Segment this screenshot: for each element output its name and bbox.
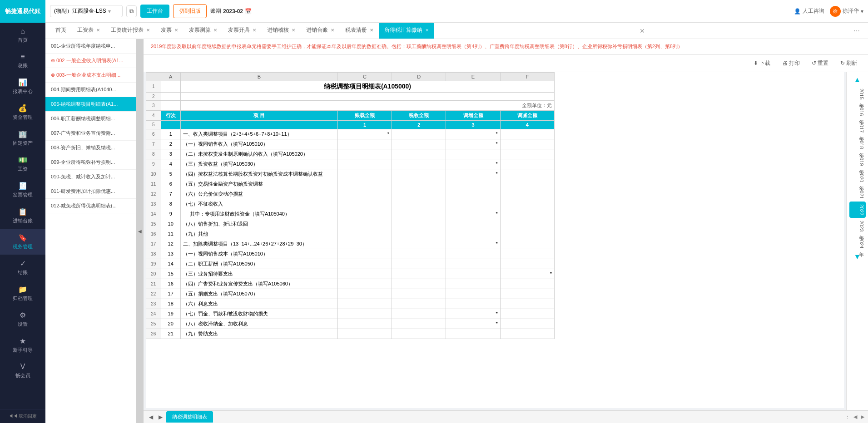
sidebar-item-member[interactable]: V 畅会员 (0, 358, 45, 384)
table-row: 25 20 （八）税收滞纳金、加收利息 * (146, 319, 555, 329)
refresh-button[interactable]: ↻ 刷新 (837, 58, 861, 69)
sidebar-item-home[interactable]: ⌂ 首页 (0, 23, 45, 48)
workbench-button[interactable]: 工作台 (140, 5, 169, 18)
tab-purchase-sales-check[interactable]: 进销稽核 ✕ (262, 23, 301, 39)
table-row: 5 1 2 3 4 (146, 120, 555, 129)
year-down-button[interactable]: ▼ (852, 251, 863, 263)
left-panel-item-010[interactable]: 010-免税、减计收入及加计... (45, 170, 136, 184)
year-2019[interactable]: 2019年 (849, 152, 866, 168)
year-2021[interactable]: 2021年 (849, 185, 866, 202)
table-row: 6 1 一、收入类调整项目（2+3+4+5+6+7+8+10+11） * * (146, 129, 555, 139)
sidebar-item-sales-ledger[interactable]: 📋 进销台账 (0, 203, 45, 229)
app-logo: 畅捷通易代账 (0, 0, 45, 23)
table-row: 21 16 （四）广告费和业务宣传费支出（填写A105060） (146, 279, 555, 289)
table-row: 10 5 （四）按权益法核算长期股权投资对初始投资成本调整确认收益 * (146, 169, 555, 179)
tab-payroll-stats[interactable]: 工资统计报表 ✕ (105, 23, 155, 39)
sheet-nav-left[interactable]: ◀ (147, 413, 155, 421)
left-panel-item-006[interactable]: 006-职工薪酬纳税调整明细... (45, 112, 136, 126)
year-up-button[interactable]: ▲ (852, 74, 863, 86)
left-panel-item-007[interactable]: 007-广告费和业务宣传费附... (45, 126, 136, 141)
pin-sidebar-button[interactable]: ◀◀ 取消固定 (0, 409, 45, 423)
company-selector[interactable]: (物副）江西股金-LSS ▾ (50, 5, 123, 17)
table-row: 3 全额单位：元 (146, 100, 555, 110)
year-2020[interactable]: 2020年 (849, 168, 866, 185)
tab-home[interactable]: 首页 (50, 23, 72, 39)
tab-invoice[interactable]: 发票 ✕ (155, 23, 184, 39)
tab-close-ps-check[interactable]: ✕ (292, 28, 295, 33)
tab-close-invoice[interactable]: ✕ (174, 28, 178, 33)
print-icon: 🖨 (782, 60, 788, 66)
left-panel-item-008[interactable]: 008-资产折旧、摊销及纳税... (45, 141, 136, 155)
table-row: 2 (146, 92, 555, 100)
col-header-e: E (446, 72, 500, 81)
tab-close-payroll-stats[interactable]: ✕ (146, 28, 150, 33)
table-title: 纳税调整项目明细表(A105000) (180, 81, 554, 92)
table-scroll[interactable]: A B C D E F 1 (146, 72, 844, 408)
left-panel-item-004[interactable]: 004-期间费用明细表(A1040... (45, 83, 136, 97)
warning-bar: 2019年度涉及取以前年度继续数据的申报表单元格需要手工维护正确，才能保证本年及… (144, 39, 868, 55)
sales-ledger-icon: 📋 (18, 207, 27, 216)
sidebar-item-guide[interactable]: ★ 新手引导 (0, 332, 45, 358)
period-label: 账期 2023-02 📅 (210, 7, 252, 15)
tabs-overflow-button[interactable]: ⋯ (850, 25, 863, 36)
tab-payroll[interactable]: 工资表 ✕ (72, 23, 105, 39)
sidebar-item-assets[interactable]: 🏢 固定资产 (0, 125, 45, 151)
sidebar-item-settings[interactable]: ⚙ 设置 (0, 306, 45, 332)
tab-tax-list[interactable]: 税表清册 ✕ (340, 23, 379, 39)
topbar: (物副）江西股金-LSS ▾ ⧉ 工作台 切到旧版 账期 2023-02 📅 👤… (45, 0, 868, 23)
sidebar-item-tax[interactable]: 🔖 税务管理 (0, 229, 45, 255)
reset-icon: ↺ (812, 60, 816, 66)
sidebar-item-close[interactable]: ✓ 结账 (0, 255, 45, 280)
tab-close-income-tax[interactable]: ✕ (425, 28, 429, 33)
close-all-tabs-button[interactable]: ✕ (636, 25, 649, 36)
support-button[interactable]: 👤 人工咨询 (794, 7, 824, 15)
year-2016[interactable]: 2016年 (849, 102, 866, 118)
col-header-b: B (180, 72, 337, 81)
tab-close-invoice-issue[interactable]: ✕ (253, 28, 256, 33)
reset-button[interactable]: ↺ 重置 (808, 58, 832, 69)
year-2015[interactable]: 2015年 (849, 86, 866, 102)
sidebar-item-archive[interactable]: 📁 归档管理 (0, 280, 45, 306)
left-panel-item-003[interactable]: 003-一般企业成本支出明细... (45, 68, 136, 83)
tab-close-ps-ledger[interactable]: ✕ (331, 28, 334, 33)
tab-invoice-calc[interactable]: 发票测算 ✕ (184, 23, 223, 39)
download-button[interactable]: ⬇ 下载 (750, 58, 774, 69)
year-2024[interactable]: 2024年 (849, 235, 866, 251)
year-2022[interactable]: 2022年 (849, 202, 866, 218)
year-2017[interactable]: 2017年 (849, 119, 866, 135)
left-panel-item-009[interactable]: 009-企业所得税弥补亏损明... (45, 155, 136, 170)
table-row: 9 4 （三）投资收益（填写A105030） * (146, 159, 555, 169)
tab-purchase-sales-ledger[interactable]: 进销台账 ✕ (301, 23, 340, 39)
table-row: 7 2 （一）视同销售收入（填写A105010） * (146, 139, 555, 149)
tab-close-tax-list[interactable]: ✕ (370, 28, 373, 33)
old-version-button[interactable]: 切到旧版 (173, 4, 207, 18)
year-2023[interactable]: 2023年 (849, 218, 866, 234)
left-panel-item-011[interactable]: 011-研发费用加计扣除优惠... (45, 184, 136, 199)
table-area: A B C D E F 1 (144, 72, 868, 410)
sidebar-item-finance[interactable]: 💰 资金管理 (0, 99, 45, 125)
left-panel-item-001[interactable]: 001-企业所得税年度纳税申... (45, 39, 136, 54)
period-edit-icon[interactable]: 📅 (245, 8, 252, 15)
collapse-panel-button[interactable]: ◀ (136, 39, 144, 423)
tab-income-tax[interactable]: 所得税汇算缴纳 ✕ (379, 23, 434, 39)
sidebar-item-payroll[interactable]: 💵 工资 (0, 151, 45, 177)
year-2018[interactable]: 2018年 (849, 135, 866, 152)
sidebar-item-ledger[interactable]: ≡ 总账 (0, 48, 45, 74)
topbar-right: 👤 人工咨询 徐 徐泽华 ▾ (794, 6, 863, 17)
sidebar-item-invoice[interactable]: 🧾 发票管理 (0, 177, 45, 203)
sheet-tab-adjustment[interactable]: 纳税调整明细表 (166, 411, 213, 423)
tab-invoice-issue[interactable]: 发票开具 ✕ (223, 23, 262, 39)
table-row: 23 18 （六）利息支出 (146, 299, 555, 309)
left-panel-item-005[interactable]: 005-纳税调整项目明细表(A1... (45, 97, 136, 112)
avatar-icon: 徐 (830, 6, 841, 17)
user-menu[interactable]: 徐 徐泽华 ▾ (830, 6, 863, 17)
col-header-a: A (161, 72, 180, 81)
tab-close-payroll[interactable]: ✕ (96, 28, 100, 33)
sidebar-item-reports[interactable]: 📊 报表中心 (0, 74, 45, 99)
left-panel-item-002[interactable]: 002-一般企业收入明细表(A1... (45, 54, 136, 68)
left-panel-item-012[interactable]: 012-减免税所得优惠明细表(... (45, 199, 136, 213)
copy-button[interactable]: ⧉ (126, 5, 137, 17)
print-button[interactable]: 🖨 打印 (779, 58, 804, 69)
sheet-nav-right[interactable]: ▶ (157, 413, 164, 421)
tab-close-invoice-calc[interactable]: ✕ (213, 28, 217, 33)
